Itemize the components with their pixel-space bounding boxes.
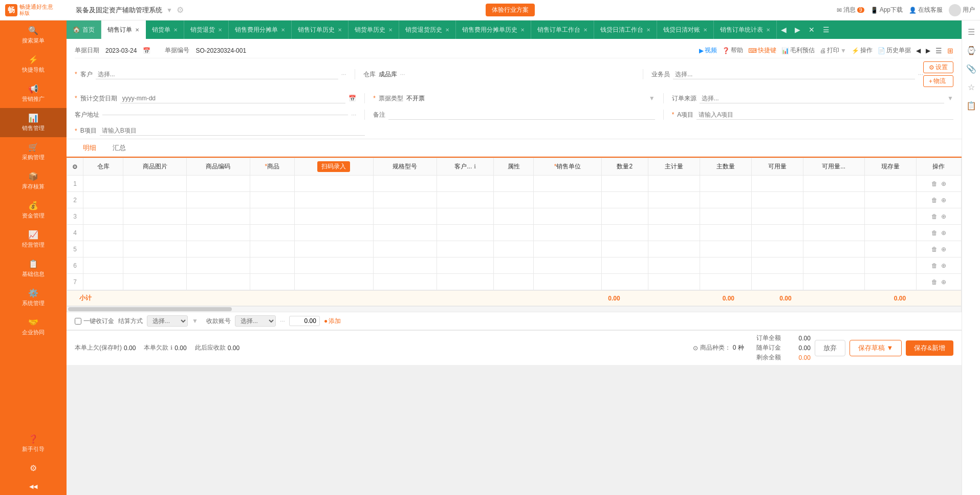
right-btn-1[interactable]: ☰: [964, 25, 978, 39]
row-5-scan[interactable]: [294, 241, 373, 257]
row-5-available2[interactable]: [803, 241, 864, 257]
horizontal-scrollbar[interactable]: [67, 306, 962, 312]
row-3-sales-unit[interactable]: [534, 208, 602, 225]
tab-cash-daily-clear[interactable]: 钱贷日清工作台 ✕: [594, 20, 657, 39]
tab-close-sales-fee-history[interactable]: ✕: [520, 27, 525, 33]
discard-btn[interactable]: 放弃: [815, 340, 845, 356]
message-btn[interactable]: ✉ 消息 9: [837, 6, 864, 14]
row-7-main-qty[interactable]: [700, 274, 751, 290]
tab-close-sales-order-history[interactable]: ✕: [338, 27, 342, 33]
logistics-btn[interactable]: + 物流: [923, 75, 953, 87]
right-btn-2[interactable]: ⌚: [964, 43, 978, 57]
row-2-product-image[interactable]: [123, 192, 187, 208]
tab-cash-daily-reconcile[interactable]: 钱贷日清对账 ✕: [657, 20, 714, 39]
row-1-spec[interactable]: [374, 176, 437, 192]
row-2-scan[interactable]: [294, 192, 373, 208]
tab-sales-return-history[interactable]: 销货退货历史 ✕: [399, 20, 456, 39]
tab-close-all-btn[interactable]: ✕: [804, 20, 819, 39]
grid-view-btn[interactable]: ⊞: [947, 47, 953, 55]
row-3-product[interactable]: [250, 208, 294, 225]
tab-close-sales-credit-history[interactable]: ✕: [388, 27, 393, 33]
row-4-warehouse[interactable]: [83, 225, 123, 241]
row-4-product-image[interactable]: [123, 225, 187, 241]
row-7-product[interactable]: [250, 274, 294, 290]
row-6-delete-icon[interactable]: 🗑: [931, 262, 938, 269]
row-1-scan[interactable]: [294, 176, 373, 192]
sidebar-item-search[interactable]: 🔍 搜索菜单: [0, 20, 67, 50]
tab-sales-order-workbench[interactable]: 销售订单工作台 ✕: [531, 20, 594, 39]
row-3-spec[interactable]: [374, 208, 437, 225]
row-1-copy-icon[interactable]: ⊕: [941, 180, 946, 187]
col-settings-header[interactable]: ⚙: [67, 158, 83, 176]
row-1-current-stock[interactable]: [864, 176, 916, 192]
row-5-main-unit[interactable]: [648, 241, 700, 257]
tab-close-sales-fee-split[interactable]: ✕: [281, 27, 285, 33]
row-6-warehouse[interactable]: [83, 257, 123, 274]
detail-tab-summary[interactable]: 汇总: [104, 139, 134, 157]
row-6-attribute[interactable]: [494, 257, 534, 274]
row-5-current-stock[interactable]: [864, 241, 916, 257]
row-2-warehouse[interactable]: [83, 192, 123, 208]
row-2-main-qty[interactable]: [700, 192, 751, 208]
row-2-qty2[interactable]: [601, 192, 648, 208]
row-6-product[interactable]: [250, 257, 294, 274]
row-4-spec[interactable]: [374, 225, 437, 241]
row-7-customer-spec[interactable]: [437, 274, 493, 290]
row-3-delete-icon[interactable]: 🗑: [931, 213, 938, 220]
save-new-btn[interactable]: 保存&新增: [906, 340, 953, 356]
row-3-qty2[interactable]: [601, 208, 648, 225]
tab-close-sales-return-history[interactable]: ✕: [445, 27, 449, 33]
sidebar-bottom-settings[interactable]: ⚙: [0, 458, 67, 478]
order-source-input[interactable]: [700, 94, 944, 103]
row-6-available2[interactable]: [803, 257, 864, 274]
tab-sales-fee-split[interactable]: 销售费用分摊单 ✕: [229, 20, 292, 39]
tab-next-btn[interactable]: ▶: [791, 20, 804, 39]
row-6-available[interactable]: [751, 257, 803, 274]
row-3-attribute[interactable]: [494, 208, 534, 225]
row-2-sales-unit[interactable]: [534, 192, 602, 208]
delivery-date-input[interactable]: [120, 94, 346, 103]
row-7-available2[interactable]: [803, 274, 864, 290]
row-2-spec[interactable]: [374, 192, 437, 208]
sidebar-item-base-info[interactable]: 📋 基础信息: [0, 254, 67, 283]
row-1-available2[interactable]: [803, 176, 864, 192]
address-more-btn[interactable]: ···: [351, 111, 356, 118]
tab-close-cash-daily-clear[interactable]: ✕: [646, 27, 650, 33]
row-4-current-stock[interactable]: [864, 225, 916, 241]
history-btn[interactable]: 📄 历史单据: [878, 46, 911, 55]
row-2-product[interactable]: [250, 192, 294, 208]
help-btn[interactable]: ❓ 帮助: [722, 46, 743, 55]
row-7-main-unit[interactable]: [648, 274, 700, 290]
tab-sales-return[interactable]: 销货退货 ✕: [184, 20, 229, 39]
row-4-customer-spec[interactable]: [437, 225, 493, 241]
industry-btn[interactable]: 体验行业方案: [486, 4, 535, 16]
row-1-product[interactable]: [250, 176, 294, 192]
row-7-delete-icon[interactable]: 🗑: [931, 278, 938, 286]
row-5-product[interactable]: [250, 241, 294, 257]
row-4-available2[interactable]: [803, 225, 864, 241]
row-4-copy-icon[interactable]: ⊕: [941, 229, 946, 236]
row-2-attribute[interactable]: [494, 192, 534, 208]
tab-prev-btn[interactable]: ◀: [777, 20, 791, 39]
row-1-main-qty[interactable]: [700, 176, 751, 192]
deposit-checkbox-label[interactable]: 一键收订金: [75, 317, 114, 326]
sidebar-item-operations[interactable]: 📈 经营管理: [0, 225, 67, 254]
system-dropdown-icon[interactable]: ▼: [166, 7, 172, 14]
row-2-main-unit[interactable]: [648, 192, 700, 208]
customer-more-btn[interactable]: ···: [341, 71, 346, 78]
invoice-type-dropdown-icon[interactable]: ▼: [649, 95, 655, 102]
settings-icon[interactable]: ⚙: [177, 5, 184, 15]
row-3-product-image[interactable]: [123, 208, 187, 225]
sidebar-item-system[interactable]: ⚙️ 系统管理: [0, 283, 67, 312]
tab-sales-fee-history[interactable]: 销售费用分摊单历史 ✕: [456, 20, 531, 39]
detail-tab-detail[interactable]: 明细: [75, 139, 104, 158]
account-more-btn[interactable]: ···: [280, 317, 285, 325]
tab-close-cash-daily-reconcile[interactable]: ✕: [703, 27, 707, 33]
account-select[interactable]: 选择...: [235, 315, 276, 327]
row-3-available[interactable]: [751, 208, 803, 225]
print-dropdown-icon[interactable]: ▼: [840, 47, 846, 54]
row-1-product-image[interactable]: [123, 176, 187, 192]
row-1-delete-icon[interactable]: 🗑: [931, 180, 938, 187]
row-6-current-stock[interactable]: [864, 257, 916, 274]
scan-entry-btn[interactable]: 扫码录入: [317, 161, 350, 172]
